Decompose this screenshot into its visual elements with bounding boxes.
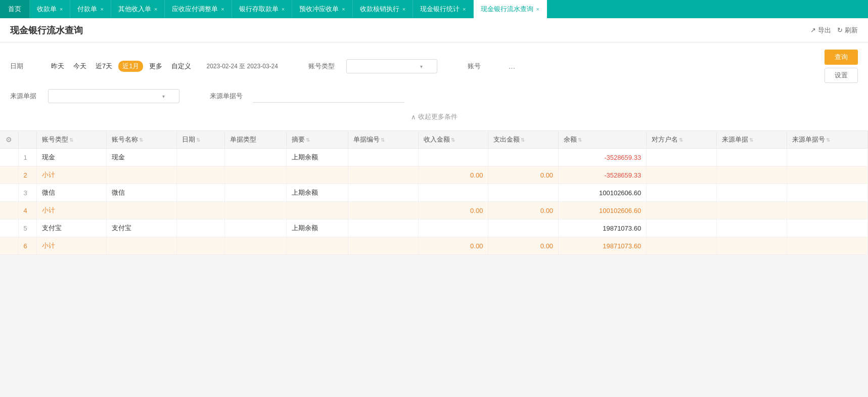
cell-account_type: 现金 (36, 149, 107, 166)
cell-date (176, 219, 224, 237)
close-icon[interactable]: × (221, 6, 224, 12)
cell-gear (0, 184, 18, 202)
cell-income: 0.00 (418, 237, 488, 255)
col-header-account_type[interactable]: 账号类型⇅ (36, 131, 107, 149)
sort-icon: ⇅ (826, 137, 830, 143)
cell-doc_no (348, 202, 419, 219)
date-shortcut-更多[interactable]: 更多 (146, 61, 165, 72)
col-header-date[interactable]: 日期⇅ (176, 131, 224, 149)
col-header-counterparty[interactable]: 对方户名⇅ (647, 131, 717, 149)
cell-income: 0.00 (418, 202, 488, 219)
cell-source_doc_no (787, 237, 867, 255)
cell-doc_no (348, 184, 419, 202)
sort-icon: ⇅ (196, 137, 200, 143)
col-header-doc_no[interactable]: 单据编号⇅ (348, 131, 419, 149)
col-header-source_doc_no[interactable]: 来源单据号⇅ (787, 131, 867, 149)
cell-account_type: 支付宝 (36, 219, 107, 237)
nav-tab-现金银行流水查询[interactable]: 现金银行流水查询× (474, 0, 547, 18)
cell-income: 0.00 (418, 166, 488, 184)
nav-tab-现金银行统计[interactable]: 现金银行统计× (413, 0, 473, 18)
source-doc-select[interactable]: ▾ (48, 89, 179, 103)
source-doc-label: 来源单据 (10, 92, 38, 101)
table-row: 1现金现金上期余额-3528659.33 (0, 149, 868, 166)
close-icon[interactable]: × (342, 6, 345, 12)
cell-account_name (107, 237, 177, 255)
nav-tab-预收冲应收单[interactable]: 预收冲应收单× (292, 0, 352, 18)
date-shortcut-今天[interactable]: 今天 (70, 61, 89, 72)
close-icon[interactable]: × (402, 6, 405, 12)
sort-icon: ⇅ (306, 137, 310, 143)
table-row: 3微信微信上期余额100102606.60 (0, 184, 868, 202)
cell-summary: 上期余额 (287, 184, 348, 202)
cell-account_type: 小计 (36, 202, 107, 219)
date-shortcut-近1月[interactable]: 近1月 (118, 61, 143, 72)
cell-source_doc_no (787, 184, 867, 202)
cell-expense (488, 149, 559, 166)
sort-icon: ⇅ (679, 137, 683, 143)
export-icon: ↗ (810, 26, 816, 34)
nav-home[interactable]: 首页 (0, 0, 30, 18)
cell-expense (488, 219, 559, 237)
nav-tab-银行存取款单[interactable]: 银行存取款单× (232, 0, 292, 18)
chevron-down-icon-2: ▾ (162, 94, 165, 99)
cell-income (418, 219, 488, 237)
date-shortcuts: 昨天今天近7天近1月更多自定义 (48, 61, 194, 72)
close-icon[interactable]: × (282, 6, 285, 12)
settings-button[interactable]: 设置 (825, 68, 858, 83)
query-button[interactable]: 查询 (825, 50, 858, 65)
account-no-more-button[interactable]: ... (506, 62, 518, 71)
close-icon[interactable]: × (60, 6, 63, 12)
date-shortcut-近7天[interactable]: 近7天 (93, 61, 115, 72)
cell-doc_no (348, 219, 419, 237)
col-header-balance[interactable]: 余额⇅ (559, 131, 647, 149)
cell-counterparty (647, 202, 717, 219)
cell-summary (287, 237, 348, 255)
col-header-account_name[interactable]: 账号名称⇅ (107, 131, 177, 149)
cell-doc_no (348, 166, 419, 184)
close-icon[interactable]: × (154, 6, 157, 12)
cell-account_type: 小计 (36, 166, 107, 184)
table-row: 2小计0.000.00-3528659.33 (0, 166, 868, 184)
close-icon[interactable]: × (463, 6, 466, 12)
refresh-button[interactable]: ↻ 刷新 (837, 26, 858, 35)
nav-tab-收款单[interactable]: 收款单× (30, 0, 70, 18)
page-title: 现金银行流水查询 (10, 24, 83, 36)
filter-area: 日期 昨天今天近7天近1月更多自定义 2023-02-24 至 2023-03-… (0, 42, 868, 131)
col-header-income[interactable]: 收入金额⇅ (418, 131, 488, 149)
gear-icon[interactable]: ⚙ (6, 136, 12, 144)
data-table: ⚙账号类型⇅账号名称⇅日期⇅单据类型摘要⇅单据编号⇅收入金额⇅支出金额⇅余额⇅对… (0, 131, 868, 255)
cell-balance: 100102606.60 (559, 184, 647, 202)
collapse-bar[interactable]: ∧ 收起更多条件 (10, 109, 858, 123)
cell-date (176, 202, 224, 219)
col-header-summary[interactable]: 摘要⇅ (287, 131, 348, 149)
col-header-source_doc[interactable]: 来源单据⇅ (716, 131, 787, 149)
col-header-doc_type: 单据类型 (225, 131, 287, 149)
source-doc-no-input[interactable] (253, 90, 404, 103)
nav-tab-付款单[interactable]: 付款单× (70, 0, 111, 18)
sort-icon: ⇅ (139, 137, 143, 143)
cell-date (176, 237, 224, 255)
nav-tab-应收应付调整单[interactable]: 应收应付调整单× (165, 0, 232, 18)
nav-tab-收款核销执行[interactable]: 收款核销执行× (353, 0, 413, 18)
col-header-index (18, 131, 36, 149)
cell-source_doc_no (787, 219, 867, 237)
table-row: 6小计0.000.0019871073.60 (0, 237, 868, 255)
cell-income (418, 149, 488, 166)
col-header-expense[interactable]: 支出金额⇅ (488, 131, 559, 149)
cell-source_doc_no (787, 149, 867, 166)
sort-icon: ⇅ (578, 137, 582, 143)
date-shortcut-昨天[interactable]: 昨天 (48, 61, 67, 72)
account-type-select[interactable]: ▾ (346, 59, 437, 73)
account-type-label: 账号类型 (308, 62, 336, 71)
cell-balance: 100102606.60 (559, 202, 647, 219)
cell-balance: 19871073.60 (559, 219, 647, 237)
cell-expense: 0.00 (488, 166, 559, 184)
close-icon[interactable]: × (100, 6, 103, 12)
cell-index: 6 (18, 237, 36, 255)
date-shortcut-自定义[interactable]: 自定义 (168, 61, 194, 72)
close-icon[interactable]: × (536, 6, 539, 12)
nav-tab-其他收入单[interactable]: 其他收入单× (111, 0, 165, 18)
cell-account_name: 支付宝 (107, 219, 177, 237)
sort-icon: ⇅ (69, 137, 73, 143)
export-button[interactable]: ↗ 导出 (810, 26, 831, 35)
